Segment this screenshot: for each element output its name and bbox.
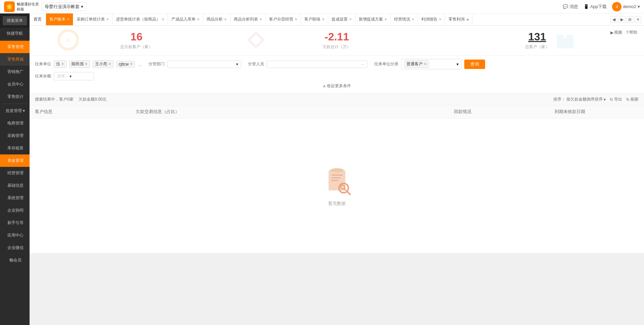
sidebar-item-enterprise-collab[interactable]: 企业协同: [0, 204, 30, 217]
unit-classify-select[interactable]: 普通客户 ✕ ▾: [401, 59, 462, 69]
tab-close-ops-situation[interactable]: ✕: [412, 17, 414, 21]
tab-customer-contact[interactable]: 客户联络 ✕: [301, 13, 328, 25]
refresh-icon2: ↻: [626, 97, 630, 102]
tab-close-product-analysis[interactable]: ✕: [224, 17, 227, 21]
search-menu-btn[interactable]: 搜索菜单: [3, 16, 27, 25]
people-select[interactable]: ···: [267, 61, 368, 68]
sidebar-item-marketing[interactable]: 营销推广: [0, 66, 30, 78]
sidebar-item-member-center[interactable]: 会员中心: [0, 78, 30, 91]
collapse-filter-btn[interactable]: ∧ 收起更多条件: [35, 83, 639, 89]
quick-nav-btn[interactable]: 快捷导航: [0, 28, 30, 39]
tab-inventory-stats[interactable]: 进货单统计表（按商品） ✕: [113, 13, 168, 25]
sidebar-item-app-center[interactable]: 应用中心: [0, 229, 30, 242]
stat-label-1: 总欠款客户（家）: [36, 44, 237, 50]
result-text: 搜索结果中，客户0家 欠款金额0.00元: [35, 97, 106, 102]
remove-tag-cjttcw[interactable]: ✕: [130, 62, 133, 66]
tab-close-customer-contact[interactable]: ✕: [322, 17, 325, 21]
tab-product-stock-in[interactable]: 产成品入库单 ✕: [168, 13, 203, 25]
logo-icon: 🌟: [4, 1, 15, 12]
sidebar-item-wholesale-mgmt[interactable]: 批发管理 ▾: [0, 105, 30, 117]
tab-bar: 首页 客户账本 ✕ 采购订单统计表 ✕ 进货单统计表（按商品） ✕ 产成品入库单…: [30, 13, 644, 26]
tab-home[interactable]: 首页: [30, 13, 46, 25]
sidebar-search-area: 搜索菜单: [0, 13, 30, 28]
sort-select[interactable]: 排序： 按欠款金额倒序排序 ▾: [553, 97, 606, 102]
sidebar-item-enterprise-wechat[interactable]: 企业微信: [0, 242, 30, 254]
top-right-links: ▶ 视频 ? 帮助: [610, 30, 637, 35]
sidebar-divider: [3, 40, 27, 40]
sidebar-item-purchase-mgmt[interactable]: 采购管理: [0, 130, 30, 142]
remove-tag-wu[interactable]: ✕: [61, 62, 64, 66]
stat-value-2: -2.11: [237, 31, 437, 43]
tab-new-improve-plan[interactable]: 新增提成方案 ✕: [355, 13, 391, 25]
tab-more-btn[interactable]: ⊞: [627, 16, 633, 23]
tab-close-improve-settings[interactable]: ✕: [349, 17, 352, 21]
remainder-select[interactable]: 选择... ▾: [54, 72, 94, 80]
sidebar-item-member-plus[interactable]: 畅会员: [0, 254, 30, 266]
tab-ops-situation[interactable]: 经营情况 ✕: [391, 13, 418, 25]
user-menu[interactable]: d demo2 ▾: [612, 2, 640, 11]
chevron-down-icon: ▾: [638, 4, 640, 9]
dept-select[interactable]: ▾: [167, 61, 241, 68]
video-link-btn[interactable]: ▶ 视频: [610, 30, 622, 35]
tab-close-product-analysis-list[interactable]: ✕: [259, 17, 262, 21]
help-icon: ?: [626, 30, 629, 35]
message-btn[interactable]: 💬 消息: [563, 4, 578, 10]
sidebar-item-retail-mgmt[interactable]: 零售管理: [0, 41, 30, 53]
tab-product-analysis[interactable]: 商品分析 ✕: [203, 13, 230, 25]
filter-more-tags[interactable]: ...: [138, 62, 142, 67]
filter-tag-cjttcw: cjttcw ✕: [116, 61, 135, 68]
tab-close-inventory-stats[interactable]: ✕: [162, 17, 164, 21]
export-btn[interactable]: ↻ 导出: [610, 97, 622, 102]
sidebar-item-inventory-check[interactable]: 库存核算: [0, 142, 30, 154]
tab-improve-settings[interactable]: 提成设置 ✕: [328, 13, 355, 25]
sidebar-item-ecom-mgmt[interactable]: 电商管理: [0, 117, 30, 130]
chevron-down-icon: ▾: [457, 62, 459, 67]
empty-illustration: [322, 165, 352, 196]
top-right: 💬 消息 📱 App下载 d demo2 ▾: [563, 2, 640, 11]
sidebar: 搜索菜单 快捷导航 零售管理 零售商城 营销推广 会员中心 零售统计 批发管理 …: [0, 13, 30, 325]
tab-profit-report[interactable]: 利润报告 ✕: [418, 13, 445, 25]
sidebar-item-basic-info[interactable]: 基础信息: [0, 179, 30, 192]
tab-close-all-btn[interactable]: ✕: [635, 16, 641, 23]
remove-tag-normal-customer[interactable]: ✕: [424, 62, 427, 66]
query-button[interactable]: 查询: [464, 60, 485, 69]
tab-retail-profit[interactable]: 零售利润 ◀: [445, 13, 472, 25]
sidebar-item-retail-mall[interactable]: 零售商城: [0, 53, 30, 66]
stat-block-3: 131 总客户（家）: [437, 31, 637, 50]
stat-block-1: 16 总欠款客户（家）: [36, 31, 237, 50]
sidebar-item-ops-mgmt[interactable]: 经营管理: [0, 167, 30, 179]
tab-close-profit-report[interactable]: ✕: [439, 17, 441, 21]
tab-purchase-order-stats[interactable]: 采购订单统计表 ✕: [73, 13, 113, 25]
tab-close-new-improve-plan[interactable]: ✕: [384, 17, 387, 21]
app-download-btn[interactable]: 📱 App下载: [584, 4, 607, 10]
company-select[interactable]: 母婴行业演示帐套 ▾: [42, 2, 86, 11]
sidebar-divider2: [3, 104, 27, 104]
table-area: 客户信息 欠款交易信息（占比） 回款情况 到期未收款日期: [30, 105, 644, 253]
tab-nav-right-btn[interactable]: ▶: [618, 16, 625, 23]
tab-customer-book[interactable]: 客户账本 ✕: [46, 13, 73, 25]
svg-line-12: [347, 191, 350, 194]
filter-row-2: 往来余额 选择... ▾: [35, 72, 639, 80]
help-link-btn[interactable]: ? 帮助: [626, 30, 637, 35]
sidebar-item-sys-mgmt[interactable]: 系统管理: [0, 192, 30, 204]
tab-nav-left-btn[interactable]: ◀: [610, 16, 617, 23]
main-layout: 搜索菜单 快捷导航 零售管理 零售商城 营销推广 会员中心 零售统计 批发管理 …: [0, 13, 644, 325]
tab-customer-segment-ops[interactable]: 客户分层经营 ✕: [266, 13, 301, 25]
svg-rect-8: [331, 175, 343, 176]
tab-controls: ◀ ▶ ⊞ ✕: [608, 13, 644, 25]
remove-tag-chen[interactable]: ✕: [85, 62, 88, 66]
refresh-btn[interactable]: ↻ 刷新: [626, 97, 639, 102]
tab-close-customer-book[interactable]: ✕: [67, 17, 70, 21]
tab-close-product-stock-in[interactable]: ✕: [197, 17, 200, 21]
logo-text: 畅捷通好生意 标版: [17, 2, 39, 11]
tab-product-analysis-list[interactable]: 商品分析列表 ✕: [230, 13, 266, 25]
remove-tag-wang[interactable]: ✕: [108, 62, 111, 66]
sidebar-item-retail-stats[interactable]: 零售统计: [0, 91, 30, 103]
more-icon: ···: [361, 62, 364, 67]
chevron-down-icon: ▾: [604, 97, 606, 102]
tab-close-purchase-order-stats[interactable]: ✕: [106, 17, 109, 21]
tab-close-customer-segment[interactable]: ✕: [295, 17, 297, 21]
logo-area: 🌟 畅捷通好生意 标版: [4, 1, 39, 12]
sidebar-item-capital-mgmt[interactable]: 资金管理: [0, 154, 30, 167]
sidebar-item-beginner-guide[interactable]: 新手引导: [0, 217, 30, 229]
